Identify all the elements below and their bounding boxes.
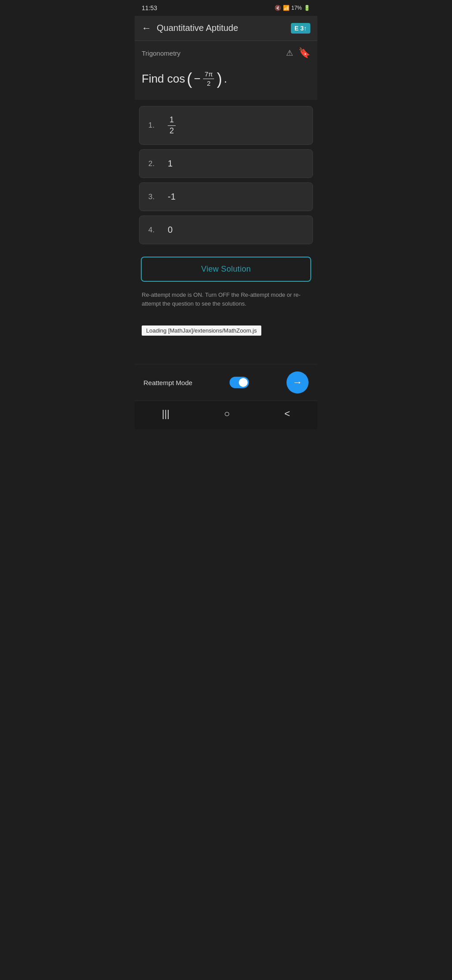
option-3-value: -1 (168, 192, 176, 202)
reattempt-mode-label: Reattempt Mode (143, 379, 192, 386)
option-1-value: 1 2 (168, 115, 176, 136)
reattempt-notice: Re-attempt mode is ON. Turn OFF the Re-a… (135, 287, 317, 317)
minus-sign: − (194, 72, 200, 86)
next-button[interactable]: → (286, 371, 309, 394)
option-1-number: 1. (148, 121, 159, 130)
back-nav-icon[interactable]: < (275, 405, 299, 422)
spacer (135, 336, 317, 353)
paren-close: ) (217, 71, 222, 87)
warning-icon[interactable]: ⚠ (286, 48, 293, 58)
paren-open: ( (187, 71, 192, 87)
battery-icon: 🔋 (304, 5, 310, 11)
option-2-value: 1 (168, 159, 173, 169)
nav-left: ← Quantitative Aptitude (142, 23, 238, 34)
page-title: Quantitative Aptitude (157, 23, 238, 33)
topic-header: Trigonometry ⚠ 🔖 (135, 41, 317, 63)
option-3[interactable]: 3. -1 (139, 182, 313, 211)
frac-denominator: 2 (206, 79, 212, 87)
menu-icon[interactable]: ||| (153, 405, 178, 422)
status-bar: 11:53 🔇 📶 17% 🔋 (135, 0, 317, 16)
status-time: 11:53 (142, 4, 157, 11)
toggle-circle (239, 378, 248, 387)
topic-name: Trigonometry (142, 49, 181, 57)
view-solution-button[interactable]: View Solution (141, 257, 311, 282)
question-fraction: 7π 2 (203, 70, 214, 87)
option-3-number: 3. (148, 193, 159, 201)
view-solution-wrap: View Solution (135, 249, 317, 287)
option-1-numerator: 1 (168, 115, 176, 126)
booklet-icon[interactable]: E 3↑ (291, 23, 310, 34)
mathjax-loading: Loading [MathJax]/extensions/MathZoom.js (142, 325, 261, 336)
next-arrow-icon: → (293, 377, 302, 388)
option-1-denominator: 2 (168, 126, 176, 136)
option-4[interactable]: 4. 0 (139, 216, 313, 244)
reattempt-toggle[interactable] (230, 377, 249, 388)
home-icon[interactable]: ○ (215, 405, 239, 422)
status-icons: 🔇 📶 17% 🔋 (275, 5, 310, 11)
options-separator (135, 100, 317, 106)
frac-numerator: 7π (203, 70, 214, 79)
bottom-bar: Reattempt Mode → (135, 364, 317, 401)
option-4-number: 4. (148, 226, 159, 235)
battery-level: 17% (291, 5, 302, 11)
option-1[interactable]: 1. 1 2 (139, 106, 313, 145)
signal-icon: 🔇 (275, 5, 281, 11)
question-prefix: Find cos (142, 72, 185, 86)
option-2-number: 2. (148, 159, 159, 168)
bookmark-icon[interactable]: 🔖 (298, 47, 310, 59)
back-button[interactable]: ← (142, 23, 151, 34)
wifi-icon: 📶 (283, 5, 290, 11)
option-2[interactable]: 2. 1 (139, 149, 313, 178)
question-area: Find cos ( − 7π 2 ) . (135, 63, 317, 100)
question-text: Find cos ( − 7π 2 ) . (142, 70, 310, 87)
top-nav: ← Quantitative Aptitude E 3↑ (135, 16, 317, 41)
question-dot: . (224, 72, 227, 86)
option-4-value: 0 (168, 225, 173, 235)
topic-icons: ⚠ 🔖 (286, 47, 310, 59)
nav-bar: ||| ○ < (135, 401, 317, 429)
